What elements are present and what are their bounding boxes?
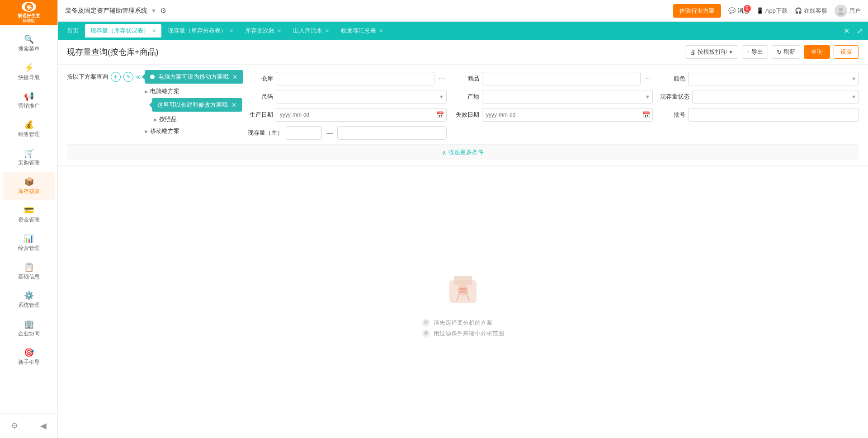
operations-icon: 📊	[24, 234, 34, 244]
empty-illustration	[440, 267, 486, 313]
tab-batch-ledger[interactable]: 库存批次账 ✕	[240, 24, 287, 38]
finance-icon: 💳	[24, 205, 34, 215]
settings-gear-icon[interactable]: ⚙	[160, 6, 166, 15]
stock-status-field: 现存量状态 ▼	[660, 90, 859, 104]
stock-status-select[interactable]	[692, 90, 859, 104]
tab-close-inout-flow[interactable]: ✕	[325, 28, 329, 34]
industry-btn[interactable]: 体验行业方案	[673, 4, 721, 18]
export-btn[interactable]: ↑ 导出	[742, 45, 769, 59]
sidebar-item-quicknav[interactable]: ⚡ 快捷导航	[3, 58, 55, 86]
pc-tooltip-close-btn[interactable]: ✕	[232, 73, 238, 80]
color-label: 颜色	[660, 75, 685, 83]
svg-point-3	[838, 12, 844, 15]
batch-field: 批号	[660, 108, 859, 122]
export-icon: ↑	[747, 49, 750, 56]
settings-footer-btn[interactable]: ⚙	[7, 419, 22, 433]
empty-state: ① 请先选择要分析的方案 ② 用过滤条件来缩小分析范围	[58, 166, 868, 438]
collapse-more-row[interactable]: ∧ 收起更多条件	[67, 144, 859, 160]
create-tooltip-close-btn[interactable]: ✕	[231, 101, 237, 108]
tab-inventory-dist[interactable]: 现存量（库存分布表） ✕	[162, 24, 239, 38]
range-dash: —	[325, 129, 335, 137]
tab-inventory-status[interactable]: 现存量（库存状况表） ✕	[85, 24, 161, 38]
print-arrow-icon: ▼	[729, 50, 733, 55]
sidebar-footer: ⚙ ◀	[0, 413, 57, 438]
warehouse-field: 仓库 ···	[248, 72, 447, 85]
enterprise-icon: 🏢	[24, 319, 34, 329]
sidebar-item-search[interactable]: 🔍 搜索菜单	[3, 30, 55, 57]
online-support-label: 在线客服	[804, 7, 827, 15]
sidebar-item-sales[interactable]: 💰 销售管理	[3, 115, 55, 143]
size-select[interactable]	[276, 90, 447, 104]
print-icon: 🖨	[690, 49, 696, 56]
edit-scheme-btn[interactable]: ✎	[123, 72, 133, 82]
tab-recv-summary[interactable]: 收发存汇总表 ✕	[335, 24, 388, 38]
tabbar-right: ✕ ⤢	[842, 25, 864, 37]
sidebar-item-finance[interactable]: 💳 资金管理	[3, 201, 55, 228]
user-label: 用户	[849, 7, 861, 15]
system-title: 装备及固定资产辅助管理系统	[65, 7, 147, 15]
sidebar-item-purchase[interactable]: 🛒 采购管理	[3, 144, 55, 171]
online-support-btn[interactable]: 🎧 在线客服	[795, 7, 827, 15]
batch-input[interactable]	[688, 108, 859, 122]
tip-num-2: ②	[422, 330, 430, 338]
sales-icon: 💰	[24, 120, 34, 130]
origin-label: 产地	[454, 93, 479, 101]
set-btn[interactable]: 设置	[834, 45, 859, 59]
query-btn[interactable]: 查询	[804, 45, 830, 59]
tabbar: 首页 现存量（库存状况表） ✕ 现存量（库存分布表） ✕ 库存批次账 ✕ 出入库…	[58, 22, 868, 40]
user-btn[interactable]: 用户	[835, 5, 861, 17]
warehouse-more-btn[interactable]: ···	[437, 75, 447, 83]
sidebar-item-inventory[interactable]: 📦 库存核算	[3, 172, 55, 200]
add-scheme-btn[interactable]: +	[111, 72, 121, 82]
size-label: 尺码	[248, 93, 273, 101]
pc-scheme-subitem[interactable]: ▶ 按照品	[154, 114, 243, 124]
app-download-btn[interactable]: 📱 App下载	[756, 7, 788, 15]
inventory-icon: 📦	[24, 177, 34, 187]
warehouse-label: 仓库	[248, 75, 273, 83]
header-left: 装备及固定资产辅助管理系统 ▼ ⚙	[65, 6, 166, 15]
exp-date-start-input[interactable]	[482, 108, 653, 122]
sidebar-item-system[interactable]: ⚙️ 系统管理	[3, 286, 55, 314]
sidebar-item-basic[interactable]: 📋 基础信息	[3, 258, 55, 285]
header-arrow-icon: ▼	[151, 8, 156, 14]
tab-close-all-btn[interactable]: ✕	[842, 25, 851, 37]
refresh-btn[interactable]: ↻ 刷新	[772, 45, 800, 59]
collapse-more-btn[interactable]: ∧ 收起更多条件	[442, 148, 484, 156]
system-icon: ⚙️	[24, 291, 34, 301]
tab-close-inventory-status[interactable]: ✕	[152, 28, 156, 34]
phone-icon: 📱	[756, 7, 764, 14]
collapse-sidebar-btn[interactable]: ◀	[37, 419, 50, 433]
tab-close-inventory-dist[interactable]: ✕	[229, 28, 233, 34]
print-btn[interactable]: 🖨 按模板打印 ▼	[685, 45, 738, 59]
notifications-btn[interactable]: 💬 消息 9	[728, 7, 749, 15]
mfg-date-start-input[interactable]	[276, 108, 447, 122]
sidebar-item-operations[interactable]: 📊 经营管理	[3, 229, 55, 257]
headset-icon: 🎧	[795, 7, 802, 14]
origin-select[interactable]	[482, 90, 653, 104]
flash-icon: ⚡	[24, 63, 34, 73]
stock-main-label: 现存量（主）	[248, 129, 283, 137]
mobile-scheme-item[interactable]: ▶ 移动端方案	[145, 124, 243, 136]
exp-date-label: 失效日期	[454, 111, 479, 119]
top-header: 装备及固定资产辅助管理系统 ▼ ⚙ 体验行业方案 💬 消息 9 📱 App下载 …	[58, 0, 868, 22]
stock-main-end-input[interactable]	[337, 126, 447, 140]
pc-scheme-arrow-icon: ▶	[145, 89, 148, 94]
sidebar-item-guide[interactable]: 🎯 新手引导	[3, 343, 55, 371]
tab-close-batch-ledger[interactable]: ✕	[277, 28, 281, 34]
tab-home[interactable]: 首页	[61, 24, 84, 38]
back-btn[interactable]: «	[136, 73, 140, 81]
sidebar-item-enterprise[interactable]: 🏢 企业协同	[3, 315, 55, 342]
empty-tip-1: ① 请先选择要分析的方案	[422, 319, 504, 327]
svg-rect-7	[459, 288, 467, 290]
product-more-btn[interactable]: ···	[643, 75, 653, 83]
tab-fullscreen-btn[interactable]: ⤢	[855, 25, 864, 37]
stock-main-start-input[interactable]	[286, 126, 322, 140]
tab-close-recv-summary[interactable]: ✕	[379, 28, 383, 34]
refresh-icon: ↻	[777, 49, 782, 56]
color-select[interactable]	[688, 72, 859, 85]
empty-svg	[440, 267, 486, 312]
tab-inout-flow[interactable]: 出入库流水 ✕	[288, 24, 335, 38]
pc-scheme-item[interactable]: ▶ 电脑端方案	[145, 86, 243, 98]
sidebar-item-marketing[interactable]: 📢 营销推广	[3, 87, 55, 114]
purchase-icon: 🛒	[24, 148, 34, 158]
